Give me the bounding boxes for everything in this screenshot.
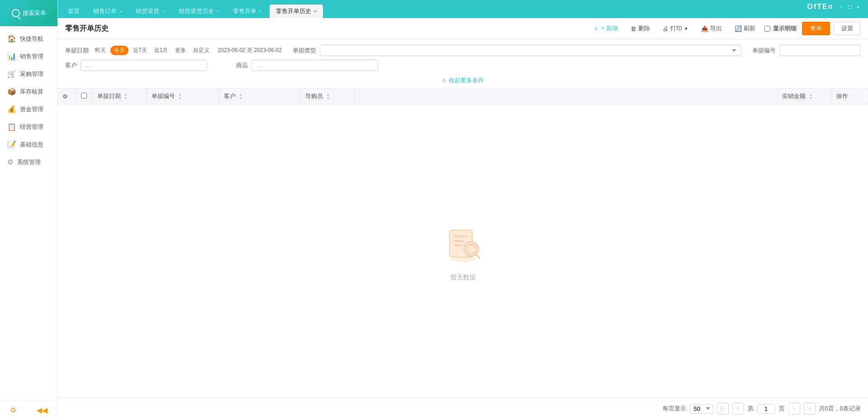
brand-label: OfTEn	[807, 3, 834, 11]
date-range-display: 2023-06-02 至 2023-06-02	[218, 47, 281, 54]
tab-sales-return-close[interactable]: ×	[162, 9, 165, 14]
print-label: 打印	[670, 24, 682, 33]
goods-filter-input[interactable]: ...	[251, 60, 378, 71]
sidebar-label-sales-mgmt: 销售管理	[20, 52, 43, 61]
tab-retail-history[interactable]: 零售开单历史 ×	[270, 5, 323, 18]
sidebar-label-purchase-mgmt: 采购管理	[20, 70, 43, 78]
date-btn-7days[interactable]: 近7天	[130, 46, 150, 55]
tab-sales-return-history[interactable]: 销货退货历史 ×	[172, 5, 226, 18]
refresh-button[interactable]: 🔄 刷新	[731, 23, 759, 34]
tab-retail-history-close[interactable]: ×	[314, 9, 317, 14]
query-setting-group: 查询 设置	[802, 22, 861, 35]
page-prev-button[interactable]: <	[732, 403, 744, 414]
tab-retail-open[interactable]: 零售开单 ×	[227, 5, 268, 18]
empty-state: 暂无数据	[58, 104, 868, 398]
collapse-bar[interactable]: ∧ 收起更多条件	[65, 75, 861, 85]
data-table: ⚙ 单据日期 ▲▼ 单据编号 ▲▼ 客户	[58, 89, 868, 104]
th-salesman-label: 导购员	[305, 93, 323, 99]
empty-icon	[441, 221, 486, 266]
print-button[interactable]: 🖨 打印 ▼	[659, 23, 692, 34]
th-check[interactable]	[76, 89, 92, 104]
sidebar-item-sys-mgmt[interactable]: ⚙系统管理	[0, 153, 57, 171]
sidebar-icon-finance: 💰	[7, 105, 16, 113]
th-date[interactable]: 单据日期 ▲▼	[92, 89, 147, 104]
tab-retail-open-close[interactable]: ×	[259, 9, 262, 14]
page-title: 零售开单历史	[65, 24, 584, 33]
date-btn-custom[interactable]: 自定义	[190, 46, 212, 55]
page-size-select[interactable]: 50 10 20 100	[690, 404, 713, 414]
sidebar-item-purchase-mgmt[interactable]: 🛒采购管理	[0, 65, 57, 83]
tab-home[interactable]: 首页	[62, 5, 86, 18]
date-btn-yesterday[interactable]: 昨天	[92, 46, 109, 55]
th-no[interactable]: 单据编号 ▲▼	[147, 89, 219, 104]
type-filter-select[interactable]	[320, 45, 741, 56]
svg-line-7	[476, 254, 479, 258]
search-label: 搜索采单	[23, 9, 46, 17]
collapse-sidebar-icon[interactable]: ◀◀	[37, 406, 47, 414]
sidebar-label-quick-nav: 快捷导航	[20, 35, 43, 43]
page-next-button[interactable]: >	[788, 403, 800, 414]
search-icon	[12, 9, 20, 17]
sidebar-item-quick-nav[interactable]: 🏠快捷导航	[0, 30, 57, 47]
setting-button[interactable]: 设置	[834, 22, 861, 35]
add-button[interactable]: ＋ + 新增	[590, 23, 621, 34]
delete-button[interactable]: 🗑 删除	[627, 23, 654, 34]
sidebar-item-ops-mgmt[interactable]: 📋经营管理	[0, 118, 57, 136]
th-settings[interactable]: ⚙	[58, 89, 76, 104]
svg-rect-2	[453, 235, 469, 237]
tab-sales-order-close[interactable]: ×	[119, 9, 122, 14]
no-filter-input[interactable]	[779, 45, 861, 56]
customer-filter-input[interactable]: ...	[81, 60, 207, 71]
date-filter-field: 单据日期 昨天 今天 近7天 近1月 更多 自定义 2023-06-02 至 2…	[65, 46, 282, 55]
sidebar-item-sales-mgmt[interactable]: 📊销售管理	[0, 47, 57, 65]
date-btn-1month[interactable]: 近1月	[152, 46, 171, 55]
page-first-button[interactable]: |<	[717, 403, 729, 414]
sidebar-label-finance: 资金管理	[20, 105, 43, 113]
add-label: + 新增	[601, 24, 618, 33]
filter-row-1: 单据日期 昨天 今天 近7天 近1月 更多 自定义 2023-06-02 至 2…	[65, 45, 861, 56]
salesman-sort-icon: ▲▼	[326, 93, 330, 100]
sidebar-label-inventory: 库存核算	[20, 88, 43, 96]
export-button[interactable]: 📤 导出	[697, 23, 726, 34]
print-icon: 🖨	[663, 25, 669, 32]
sidebar-icon-ops-mgmt: 📋	[7, 122, 16, 131]
tab-sales-order[interactable]: 销售订单 ×	[87, 5, 128, 18]
tab-sales-return-history-close[interactable]: ×	[217, 9, 219, 14]
display-detail-checkbox[interactable]	[764, 26, 770, 32]
page-input[interactable]	[757, 404, 775, 414]
window-minimize-icon[interactable]: －	[838, 3, 844, 11]
sidebar-icon-inventory: 📦	[7, 87, 16, 96]
date-btn-today[interactable]: 今天	[110, 46, 128, 55]
sidebar-icon-sys-mgmt: ⚙	[7, 158, 14, 166]
page-size-label: 每页显示	[663, 405, 686, 413]
amount-sort-icon: ▲▼	[809, 93, 813, 100]
th-spacer	[355, 89, 778, 104]
tab-bar: 首页 销售订单 × 销货退货 × 销货退货历史 × 零售开单 × 零售开单历史 …	[58, 0, 868, 18]
sidebar-item-inventory[interactable]: 📦库存核算	[0, 83, 57, 100]
tab-sales-return[interactable]: 销货退货 ×	[129, 5, 171, 18]
query-button[interactable]: 查询	[802, 22, 830, 35]
search-menu-item[interactable]: 搜索采单	[0, 5, 57, 22]
refresh-icon: 🔄	[735, 25, 742, 32]
window-close-icon[interactable]: ×	[856, 4, 860, 10]
empty-text: 暂无数据	[451, 273, 476, 282]
window-maximize-icon[interactable]: □	[849, 4, 852, 10]
export-label: 导出	[710, 24, 722, 33]
pagination-bar: 每页显示 50 10 20 100 |< < 第 页 > >| 共0页，0条记录	[58, 398, 868, 419]
table-header-row: ⚙ 单据日期 ▲▼ 单据编号 ▲▼ 客户	[58, 89, 868, 104]
sidebar-item-basic-info[interactable]: 📝基础信息	[0, 136, 57, 153]
refresh-label: 刷新	[744, 24, 755, 33]
th-customer[interactable]: 客户 ▲▼	[219, 89, 300, 104]
page-last-button[interactable]: >|	[804, 403, 816, 414]
date-btn-more[interactable]: 更多	[172, 46, 189, 55]
type-filter-label: 单据类型	[293, 47, 316, 55]
tab-sales-return-label: 销货退货	[136, 7, 159, 15]
svg-rect-3	[453, 240, 465, 242]
select-all-checkbox[interactable]	[81, 93, 87, 99]
sidebar-item-finance[interactable]: 💰资金管理	[0, 100, 57, 118]
toolbar: 零售开单历史 ＋ + 新增 🗑 删除 🖨 打印 ▼ 📤 导出 🔄 刷新	[58, 18, 868, 39]
th-salesman[interactable]: 导购员 ▲▼	[300, 89, 355, 104]
print-dropdown-icon: ▼	[684, 26, 688, 31]
th-amount[interactable]: 实销金额 ▲▼	[778, 89, 832, 104]
settings-icon[interactable]: ⚙	[10, 406, 16, 414]
